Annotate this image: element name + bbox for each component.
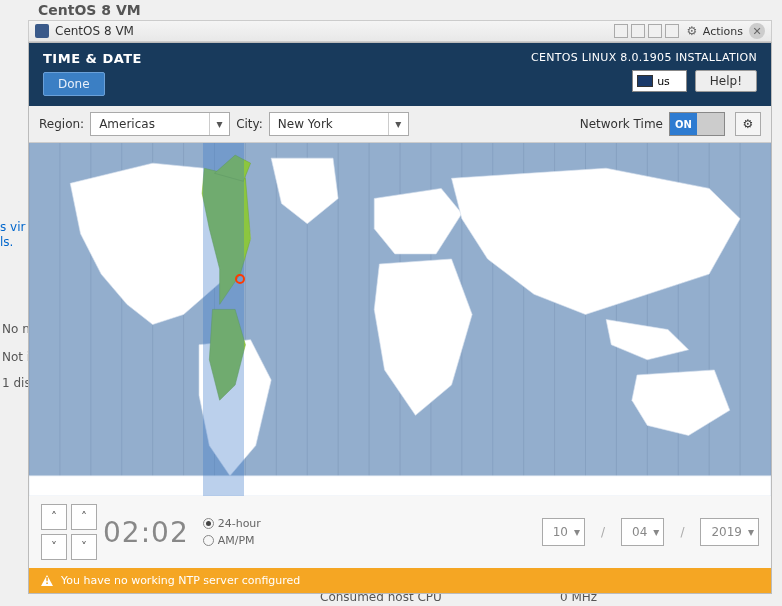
window-button[interactable] (665, 24, 679, 38)
network-time-label: Network Time (580, 117, 663, 131)
chevron-down-icon: ▾ (388, 113, 408, 135)
installer-subtitle: CENTOS LINUX 8.0.1905 INSTALLATION (531, 51, 757, 64)
help-button[interactable]: Help! (695, 70, 757, 92)
day-value: 04 (632, 525, 647, 539)
region-select[interactable]: Americas ▾ (90, 112, 230, 136)
outer-window-title: CentOS 8 VM (38, 2, 141, 18)
bg-text: 1 dis (2, 376, 31, 390)
bg-text: No n (2, 322, 30, 336)
time-display: 02:02 (103, 516, 189, 549)
region-label: Region: (39, 117, 84, 131)
chevron-down-icon: ▾ (653, 525, 659, 539)
toggle-off-side (697, 113, 724, 135)
day-select[interactable]: 04 ▾ (621, 518, 664, 546)
done-button[interactable]: Done (43, 72, 105, 96)
network-time-toggle[interactable]: ON (669, 112, 725, 136)
window-button[interactable] (648, 24, 662, 38)
hour-down-button[interactable]: ˅ (41, 534, 67, 560)
city-value: New York (270, 117, 388, 131)
gear-icon: ⚙ (743, 117, 754, 131)
warning-message: You have no working NTP server configure… (61, 574, 300, 587)
installer-header: TIME & DATE Done CENTOS LINUX 8.0.1905 I… (29, 43, 771, 106)
bg-text: Not i (2, 350, 30, 364)
bg-text: ls. (0, 235, 13, 249)
time-format-group: 24-hour AM/PM (203, 517, 261, 547)
bottom-bar: ˄ ˄ ˅ ˅ 02:02 24-hour AM/PM 10 (29, 496, 771, 568)
chevron-down-icon: ▾ (209, 113, 229, 135)
gear-icon[interactable]: ⚙ (685, 24, 699, 38)
radio-icon (203, 535, 214, 546)
city-label: City: (236, 117, 263, 131)
window-button[interactable] (614, 24, 628, 38)
format-24h-label: 24-hour (218, 517, 261, 530)
radio-icon (203, 518, 214, 529)
date-separator: / (680, 525, 684, 539)
vm-console-titlebar: CentOS 8 VM ⚙ Actions ✕ (28, 20, 772, 42)
month-select[interactable]: 10 ▾ (542, 518, 585, 546)
vm-window-title: CentOS 8 VM (55, 24, 611, 38)
format-ampm-label: AM/PM (218, 534, 255, 547)
keyboard-layout-indicator[interactable]: us (632, 70, 687, 92)
vm-icon (35, 24, 49, 38)
format-ampm-radio[interactable]: AM/PM (203, 534, 261, 547)
warning-bar: You have no working NTP server configure… (29, 568, 771, 593)
year-value: 2019 (711, 525, 742, 539)
ntp-settings-button[interactable]: ⚙ (735, 112, 761, 136)
location-pin-icon (235, 274, 245, 284)
region-value: Americas (91, 117, 209, 131)
selected-timezone-band (203, 143, 244, 496)
world-map-svg (29, 143, 771, 496)
installer-window: TIME & DATE Done CENTOS LINUX 8.0.1905 I… (28, 42, 772, 594)
minute-down-button[interactable]: ˅ (71, 534, 97, 560)
timezone-map[interactable] (29, 143, 771, 496)
chevron-down-icon: ▾ (748, 525, 754, 539)
window-button[interactable] (631, 24, 645, 38)
minute-up-button[interactable]: ˄ (71, 504, 97, 530)
year-select[interactable]: 2019 ▾ (700, 518, 759, 546)
chevron-down-icon: ▾ (574, 525, 580, 539)
warning-icon (41, 575, 53, 586)
actions-menu[interactable]: Actions (703, 25, 743, 38)
region-city-bar: Region: Americas ▾ City: New York ▾ Netw… (29, 106, 771, 143)
bg-text: s vir (0, 220, 25, 234)
format-24h-radio[interactable]: 24-hour (203, 517, 261, 530)
keyboard-layout-label: us (657, 75, 670, 88)
date-separator: / (601, 525, 605, 539)
close-icon[interactable]: ✕ (749, 23, 765, 39)
month-value: 10 (553, 525, 568, 539)
hour-up-button[interactable]: ˄ (41, 504, 67, 530)
city-select[interactable]: New York ▾ (269, 112, 409, 136)
page-title: TIME & DATE (43, 51, 142, 66)
toggle-on-label: ON (670, 113, 697, 135)
keyboard-flag-icon (637, 75, 653, 87)
